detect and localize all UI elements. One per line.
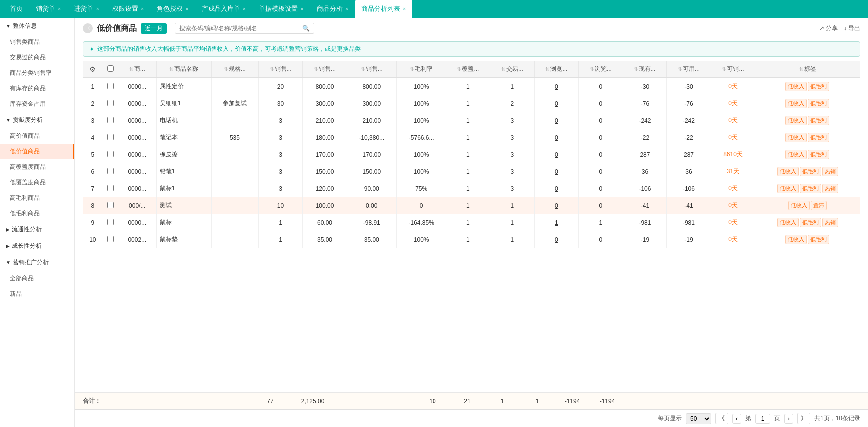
row-checkbox[interactable] [103, 214, 118, 231]
sidebar-item-sales-products[interactable]: 销售类商品 [0, 34, 74, 50]
search-input[interactable] [179, 25, 302, 32]
sidebar-item-stock-products[interactable]: 有库存的商品 [0, 81, 74, 96]
nav-sales[interactable]: 销货单 × [30, 0, 67, 18]
nav-home[interactable]: 首页 [4, 0, 29, 18]
row-current: 287 [623, 146, 667, 163]
row-browse2: 1 [579, 214, 623, 231]
sidebar-item-high-coverage[interactable]: 高覆盖度商品 [0, 159, 74, 175]
sidebar-item-low-coverage[interactable]: 低覆盖度商品 [0, 175, 74, 190]
sidebar-group-overall[interactable]: ▼ 整体信息 [0, 18, 74, 34]
close-icon[interactable]: × [96, 6, 99, 12]
margin-col-header[interactable]: 毛利率 [396, 61, 446, 78]
sale-amount-col-header[interactable]: 销售... [303, 61, 347, 78]
row-checkbox[interactable] [103, 197, 118, 214]
row-spec [212, 197, 259, 214]
sidebar-item-high-profit[interactable]: 高毛利商品 [0, 190, 74, 206]
sidebar-group-marketing[interactable]: ▼ 营销推广分析 [0, 254, 74, 271]
row-checkbox[interactable] [103, 231, 118, 248]
name-col-header[interactable]: 商品名称 [156, 61, 211, 78]
nav-template[interactable]: 单据模板设置 × [253, 0, 309, 18]
current-col-header[interactable]: 现有... [623, 61, 667, 78]
total-pages-label: 共1页，10条记录 [814, 414, 860, 423]
sidebar-item-high-value[interactable]: 高价值商品 [0, 128, 74, 144]
next-page-button[interactable]: › [784, 414, 793, 424]
sidebar-item-all-products[interactable]: 全部商品 [0, 271, 74, 286]
sidebar-group-growth[interactable]: ▶ 成长性分析 [0, 238, 74, 254]
row-tags: 低收入低毛利 [755, 231, 860, 248]
nav-product-analysis[interactable]: 商品分析 × [311, 0, 354, 18]
close-icon[interactable]: × [185, 6, 188, 12]
tags-col-header[interactable]: 标签 [755, 61, 860, 78]
row-checkbox[interactable] [103, 146, 118, 163]
row-margin: 100% [396, 78, 446, 95]
tag-badge: 低毛利 [808, 116, 829, 125]
sidebar-group-liquidity[interactable]: ▶ 流通性分析 [0, 221, 74, 238]
sidebar-item-new-products[interactable]: 新品 [0, 286, 74, 302]
first-page-button[interactable]: 《 [715, 413, 728, 424]
per-page-select[interactable]: 50 100 200 [686, 413, 711, 424]
total-current: -1194 [555, 398, 590, 405]
row-checkbox[interactable] [103, 78, 118, 95]
browse2-col-header[interactable]: 浏览... [579, 61, 623, 78]
close-icon[interactable]: × [243, 6, 246, 12]
sellable-col-header[interactable]: 可销... [711, 61, 755, 78]
row-sale-amount: 300.00 [303, 95, 347, 112]
nav-product-analysis-list[interactable]: 商品分析列表 × [355, 0, 412, 18]
spec-col-header[interactable]: 规格... [212, 61, 259, 78]
total-coverage: 10 [415, 398, 450, 405]
collapse-sidebar-btn[interactable]: 《 [83, 23, 93, 33]
row-checkbox[interactable] [103, 129, 118, 146]
select-all-checkbox[interactable] [107, 65, 114, 72]
sidebar-item-low-profit[interactable]: 低毛利商品 [0, 206, 74, 221]
row-checkbox[interactable] [103, 112, 118, 129]
close-icon[interactable]: × [141, 6, 144, 12]
share-button[interactable]: ↗ 分享 [819, 24, 838, 33]
gear-col-header[interactable]: ⚙ [83, 61, 103, 78]
row-trade: 1 [490, 231, 535, 248]
sidebar-item-low-value[interactable]: 低价值商品 [0, 144, 74, 159]
sale-profit-col-header[interactable]: 销售... [347, 61, 396, 78]
close-icon[interactable]: × [300, 6, 303, 12]
sidebar-group-contribution[interactable]: ▼ 贡献度分析 [0, 112, 74, 128]
row-tags: 低收入低毛利 [755, 146, 860, 163]
prev-page-button[interactable]: ‹ [732, 414, 741, 424]
row-coverage: 1 [446, 146, 490, 163]
available-col-header[interactable]: 可用... [667, 61, 711, 78]
row-name: 测试 [156, 197, 211, 214]
settings-icon[interactable]: ⚙ [89, 65, 96, 73]
row-available: 36 [667, 163, 711, 180]
search-icon[interactable]: 🔍 [302, 25, 310, 32]
last-page-button[interactable]: 》 [797, 413, 810, 424]
page-number-input[interactable] [755, 414, 770, 424]
sale-qty-col-header[interactable]: 销售... [258, 61, 303, 78]
row-spec [212, 146, 259, 163]
row-checkbox[interactable] [103, 95, 118, 112]
chevron-down-icon: ▼ [6, 23, 11, 29]
row-num: 8 [83, 197, 103, 214]
row-checkbox[interactable] [103, 163, 118, 180]
trade-col-header[interactable]: 交易... [490, 61, 535, 78]
sidebar-item-category-rate[interactable]: 商品分类销售率 [0, 65, 74, 81]
total-sale-qty: 77 [250, 398, 290, 405]
coverage-col-header[interactable]: 覆盖... [446, 61, 490, 78]
table-row: 8 000/... 测试 10 100.00 0.00 0 1 1 0 0 -4… [83, 197, 860, 214]
nav-products[interactable]: 产成品入库单 × [196, 0, 252, 18]
row-sale-amount: 800.00 [303, 78, 347, 95]
nav-roles[interactable]: 角色授权 × [151, 0, 194, 18]
sidebar-item-traded-products[interactable]: 交易过的商品 [0, 50, 74, 65]
browse1-col-header[interactable]: 浏览... [534, 61, 579, 78]
period-button[interactable]: 近一月 [141, 23, 167, 34]
close-icon[interactable]: × [58, 6, 61, 12]
checkbox-col-header[interactable] [103, 61, 118, 78]
nav-purchase[interactable]: 进货单 × [68, 0, 105, 18]
row-available: 287 [667, 146, 711, 163]
close-icon[interactable]: × [403, 6, 406, 12]
nav-permissions[interactable]: 权限设置 × [106, 0, 150, 18]
sidebar-item-stock-capital[interactable]: 库存资金占用 [0, 96, 74, 112]
row-trade: 3 [490, 180, 535, 197]
code-col-header[interactable]: 商... [118, 61, 156, 78]
close-icon[interactable]: × [345, 6, 348, 12]
row-num: 1 [83, 78, 103, 95]
export-button[interactable]: ↓ 导出 [844, 24, 860, 33]
row-checkbox[interactable] [103, 180, 118, 197]
